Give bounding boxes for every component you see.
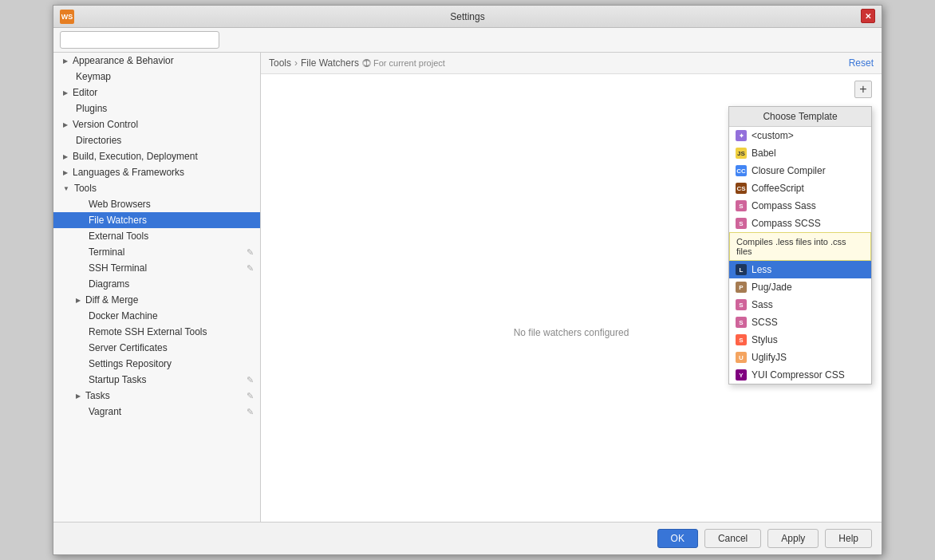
sidebar-item-label-tasks: Tasks xyxy=(85,390,110,401)
dropdown-item-compass-sass[interactable]: SCompass Sass xyxy=(729,197,871,215)
sidebar-item-label-plugins: Plugins xyxy=(76,103,107,114)
breadcrumb-file-watchers: File Watchers xyxy=(301,57,359,69)
sidebar-item-label-web-browsers: Web Browsers xyxy=(89,199,151,210)
sidebar-item-terminal[interactable]: Terminal✎ xyxy=(53,244,260,260)
sidebar-item-label-version-control: Version Control xyxy=(73,119,138,130)
sidebar-item-version-control[interactable]: ▶Version Control xyxy=(53,116,260,132)
sidebar-item-diff-merge[interactable]: ▶Diff & Merge xyxy=(53,292,260,308)
apply-button[interactable]: Apply xyxy=(767,529,819,548)
version-control-arrow-icon: ▶ xyxy=(63,121,68,128)
choose-template-dropdown: Choose Template✦<custom>JSBabelCCClosure… xyxy=(728,106,872,385)
sidebar-item-label-settings-repo: Settings Repository xyxy=(89,358,172,369)
custom-icon: ✦ xyxy=(736,130,747,141)
dropdown-item-label-compass-sass: Compass Sass xyxy=(752,200,816,211)
vagrant-edit-icon: ✎ xyxy=(247,407,254,417)
dropdown-item-label-sass: Sass xyxy=(752,299,773,310)
dropdown-item-label-scss: SCSS xyxy=(752,317,778,328)
appearance-arrow-icon: ▶ xyxy=(63,57,68,65)
sidebar-item-tools[interactable]: ▼Tools xyxy=(53,180,260,196)
tasks-edit-icon: ✎ xyxy=(247,391,254,401)
window-title: Settings xyxy=(450,11,484,22)
sidebar-item-vagrant[interactable]: Vagrant✎ xyxy=(53,404,260,420)
less-icon: L xyxy=(736,264,747,275)
dropdown-item-label-custom: <custom> xyxy=(752,130,794,141)
sidebar-item-label-appearance: Appearance & Behavior xyxy=(73,55,174,66)
dropdown-item-label-pug-jade: Pug/Jade xyxy=(752,282,792,293)
dropdown-item-yui-css[interactable]: YYUI Compressor CSS xyxy=(729,366,871,384)
dropdown-item-label-babel: Babel xyxy=(752,148,776,159)
sidebar-item-label-docker-machine: Docker Machine xyxy=(89,310,158,321)
reset-button[interactable]: Reset xyxy=(849,57,874,69)
babel-icon: JS xyxy=(736,148,747,159)
search-input[interactable] xyxy=(60,31,219,49)
dropdown-item-closure[interactable]: CCClosure Compiler xyxy=(729,162,871,179)
tools-arrow-icon: ▼ xyxy=(63,185,69,192)
sidebar-item-appearance[interactable]: ▶Appearance & Behavior xyxy=(53,53,260,69)
sidebar-item-diagrams[interactable]: Diagrams xyxy=(53,276,260,292)
closure-icon: CC xyxy=(736,165,747,176)
cancel-button[interactable]: Cancel xyxy=(704,529,761,548)
compass-scss-icon: S xyxy=(736,218,747,229)
sidebar-item-label-build-execution: Build, Execution, Deployment xyxy=(73,151,198,162)
sidebar-item-tasks[interactable]: ▶Tasks✎ xyxy=(53,388,260,404)
sidebar-item-build-execution[interactable]: ▶Build, Execution, Deployment xyxy=(53,148,260,164)
sidebar-item-startup-tasks[interactable]: Startup Tasks✎ xyxy=(53,372,260,388)
dropdown-item-compass-scss[interactable]: SCompass SCSS xyxy=(729,215,871,232)
scss-icon: S xyxy=(736,317,747,328)
dropdown-item-scss[interactable]: SSCSS xyxy=(729,314,871,331)
dropdown-item-babel[interactable]: JSBabel xyxy=(729,144,871,162)
dropdown-item-label-uglifyjs: UglifyJS xyxy=(752,352,787,363)
sidebar-item-settings-repo[interactable]: Settings Repository xyxy=(53,356,260,372)
sidebar-item-file-watchers[interactable]: File Watchers xyxy=(53,212,260,228)
breadcrumb-note: ⓵ For current project xyxy=(362,58,445,68)
sidebar-item-label-vagrant: Vagrant xyxy=(89,406,121,417)
dropdown-item-custom[interactable]: ✦<custom> xyxy=(729,127,871,144)
dropdown-item-less[interactable]: LLess xyxy=(729,261,871,278)
dropdown-item-pug-jade[interactable]: PPug/Jade xyxy=(729,278,871,296)
add-watcher-button[interactable]: + xyxy=(854,81,872,98)
sidebar-item-label-directories: Directories xyxy=(76,135,121,146)
dropdown-item-label-closure: Closure Compiler xyxy=(752,165,826,176)
sidebar-item-remote-ssh[interactable]: Remote SSH External Tools xyxy=(53,324,260,340)
uglifyjs-icon: U xyxy=(736,352,747,363)
sidebar-item-web-browsers[interactable]: Web Browsers xyxy=(53,196,260,212)
sidebar-item-label-diagrams: Diagrams xyxy=(89,278,129,290)
terminal-edit-icon: ✎ xyxy=(247,247,254,258)
close-button[interactable]: ✕ xyxy=(861,9,875,23)
sidebar-item-label-remote-ssh: Remote SSH External Tools xyxy=(89,326,207,337)
sidebar-item-editor[interactable]: ▶Editor xyxy=(53,85,260,101)
sidebar-item-label-external-tools: External Tools xyxy=(89,231,148,242)
sidebar-item-plugins[interactable]: Plugins xyxy=(53,101,260,116)
dropdown-item-uglifyjs[interactable]: UUglifyJS xyxy=(729,349,871,366)
sidebar-item-external-tools[interactable]: External Tools xyxy=(53,228,260,244)
sidebar-item-label-keymap: Keymap xyxy=(76,71,111,82)
dropdown-item-label-coffeescript: CoffeeScript xyxy=(752,183,804,194)
sidebar-item-directories[interactable]: Directories xyxy=(53,132,260,148)
sidebar-item-server-certs[interactable]: Server Certificates xyxy=(53,340,260,356)
sidebar-item-languages[interactable]: ▶Languages & Frameworks xyxy=(53,164,260,180)
sidebar-item-keymap[interactable]: Keymap xyxy=(53,69,260,85)
sidebar-item-label-editor: Editor xyxy=(73,87,97,98)
dropdown-item-stylus[interactable]: SStylus xyxy=(729,331,871,349)
dropdown-item-label-compass-scss: Compass SCSS xyxy=(752,218,821,229)
help-button[interactable]: Help xyxy=(825,529,872,548)
coffeescript-icon: CS xyxy=(736,183,747,194)
tasks-arrow-icon: ▶ xyxy=(76,392,81,400)
sidebar-item-label-terminal: Terminal xyxy=(89,246,124,258)
sidebar-item-label-diff-merge: Diff & Merge xyxy=(85,294,138,306)
sidebar-item-docker-machine[interactable]: Docker Machine xyxy=(53,308,260,324)
yui-css-icon: Y xyxy=(736,369,747,381)
dropdown-item-sass[interactable]: SSass xyxy=(729,296,871,314)
sidebar-item-label-startup-tasks: Startup Tasks xyxy=(89,374,146,385)
sidebar-item-ssh-terminal[interactable]: SSH Terminal✎ xyxy=(53,260,260,276)
pug-jade-icon: P xyxy=(736,282,747,293)
dropdown-item-coffeescript[interactable]: CSCoffeeScript xyxy=(729,179,871,197)
sidebar-item-label-server-certs: Server Certificates xyxy=(89,342,168,353)
breadcrumb-bar: Tools › File Watchers ⓵ For current proj… xyxy=(261,53,882,74)
compass-sass-icon: S xyxy=(736,200,747,211)
app-icon: WS xyxy=(60,10,74,24)
sidebar-item-label-ssh-terminal: SSH Terminal xyxy=(89,262,147,274)
breadcrumb-tools: Tools xyxy=(269,57,291,69)
ok-button[interactable]: OK xyxy=(657,529,698,548)
build-execution-arrow-icon: ▶ xyxy=(63,153,68,160)
